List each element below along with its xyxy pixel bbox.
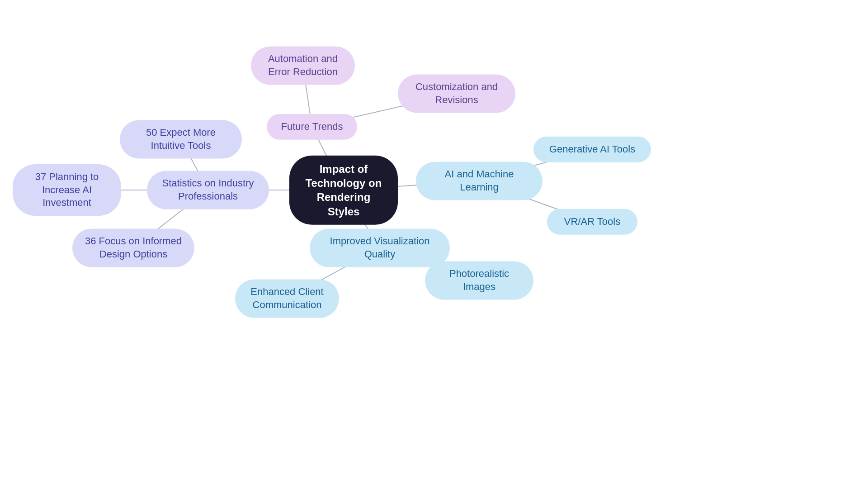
node-future_trends[interactable]: Future Trends [267, 114, 357, 140]
node-vr_ar[interactable]: VR/AR Tools [547, 209, 637, 235]
node-intuitive[interactable]: 50 Expect More Intuitive Tools [120, 120, 242, 158]
node-photorealistic[interactable]: Photorealistic Images [425, 261, 533, 300]
node-ai_ml[interactable]: AI and Machine Learning [416, 162, 542, 200]
node-viz_quality[interactable]: Improved Visualization Quality [310, 228, 450, 267]
node-planning[interactable]: 37 Planning to Increase AI Investment [13, 164, 121, 216]
node-focus[interactable]: 36 Focus on Informed Design Options [72, 228, 194, 267]
node-customization[interactable]: Customization and Revisions [398, 74, 515, 113]
node-client_comm[interactable]: Enhanced Client Communication [235, 279, 339, 318]
node-stats[interactable]: Statistics on Industry Professionals [147, 171, 269, 209]
node-automation[interactable]: Automation and Error Reduction [251, 46, 355, 85]
node-gen_ai[interactable]: Generative AI Tools [533, 137, 651, 162]
node-center[interactable]: Impact of Technology on Rendering Styles [289, 156, 398, 225]
